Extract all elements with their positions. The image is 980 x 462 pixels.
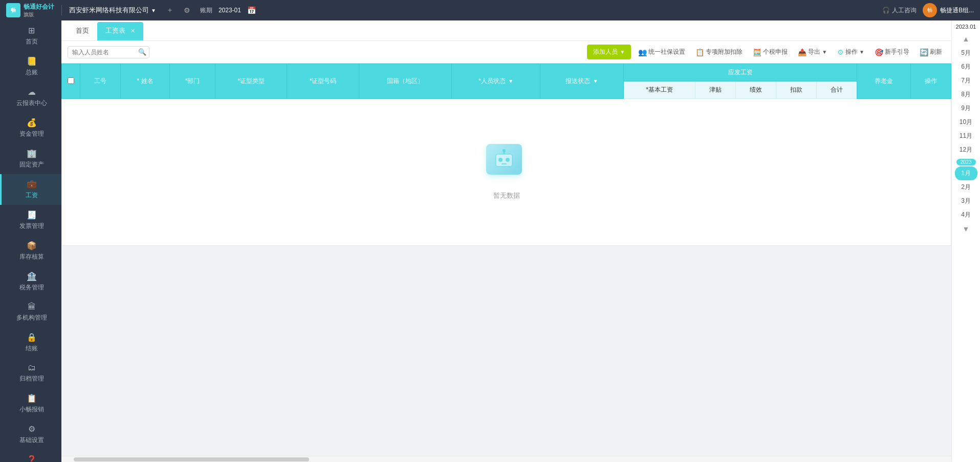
salary-icon: 💼 <box>27 179 37 189</box>
sidebar-item-invoice[interactable]: 🧾 发票管理 <box>0 205 61 236</box>
add-person-button[interactable]: 添加人员 ▼ <box>587 45 631 59</box>
cal-month-2022-12[interactable]: 12月 <box>955 143 977 157</box>
empty-text: 暂无数据 <box>493 191 520 200</box>
h-scrollbar[interactable] <box>61 456 951 462</box>
svg-rect-0 <box>496 154 512 166</box>
sidebar-item-label-invoice: 发票管理 <box>19 222 44 230</box>
main-layout: ⊞ 首页 📒 总账 ☁ 云报表中心 💰 资金管理 🏢 固定资产 💼 工资 🧾 发… <box>0 20 980 462</box>
sidebar-item-home[interactable]: ⊞ 首页 <box>0 20 61 51</box>
tab-home[interactable]: 首页 <box>68 22 97 40</box>
col-name: * 姓名 <box>121 64 170 99</box>
period-value: 2023-01 <box>219 7 241 14</box>
chevron-down-icon: ▼ <box>151 8 156 13</box>
archive-icon: 🗂 <box>28 363 36 372</box>
avatar: 畅 <box>923 3 937 17</box>
cal-month-2023-01[interactable]: 1月 <box>955 166 977 180</box>
export-icon: 📤 <box>798 48 807 56</box>
operations-icon: ⚙ <box>837 48 844 56</box>
sidebar-item-fund[interactable]: 💰 资金管理 <box>0 113 61 143</box>
sidebar-item-cloud-report[interactable]: ☁ 云报表中心 <box>0 82 61 113</box>
cal-month-2022-09[interactable]: 9月 <box>955 101 977 115</box>
operations-chevron: ▼ <box>859 49 864 55</box>
export-btn[interactable]: 📤 导出 ▼ <box>795 46 830 58</box>
cal-month-2022-11[interactable]: 11月 <box>955 129 977 143</box>
sidebar-item-label-fund: 资金管理 <box>19 130 44 138</box>
guide-icon: ❓ <box>27 455 37 462</box>
divider-1 <box>61 5 62 15</box>
settings-sidebar-icon: ⚙ <box>28 424 35 434</box>
cal-month-2023-04[interactable]: 4月 <box>955 208 977 222</box>
sidebar-item-archive[interactable]: 🗂 归档管理 <box>0 358 61 388</box>
sidebar-item-ledger[interactable]: 📒 总账 <box>0 51 61 82</box>
expense-icon: 📋 <box>27 393 37 403</box>
cal-month-2022-07[interactable]: 7月 <box>955 74 977 88</box>
col-id: 工号 <box>80 64 121 99</box>
report-filter-icon[interactable]: ▼ <box>593 78 598 84</box>
col-report-status: 报送状态 ▼ <box>540 64 624 99</box>
refresh-btn[interactable]: 🔄 刷新 <box>917 46 945 58</box>
guide-btn[interactable]: 🎯 新手引导 <box>872 46 912 58</box>
settings-icon[interactable]: ⚙ <box>181 4 194 17</box>
special-deduct-btn[interactable]: 📋 专项附加扣除 <box>692 46 746 58</box>
headset-icon: 🎧 <box>882 7 890 14</box>
col-total: 合计 <box>817 81 857 99</box>
tab-salary-table-label: 工资表 <box>105 26 125 35</box>
sidebar-item-multi-org[interactable]: 🏛 多机构管理 <box>0 297 61 327</box>
col-gross-salary-group: 应发工资 <box>623 64 857 81</box>
invoice-icon: 🧾 <box>27 210 37 220</box>
cal-month-2022-08[interactable]: 8月 <box>955 88 977 101</box>
sidebar-item-salary[interactable]: 💼 工资 <box>0 174 61 205</box>
col-dept: *部门 <box>170 64 215 99</box>
col-base-salary: *基本工资 <box>623 81 695 99</box>
company-selector[interactable]: 西安虾米网络科技有限公司 ▼ <box>66 5 159 16</box>
sidebar-item-close[interactable]: 🔒 结账 <box>0 327 61 358</box>
cal-prev-btn[interactable]: ▲ <box>960 33 972 45</box>
logo-icon: 畅 <box>6 3 20 17</box>
inventory-icon: 📦 <box>27 241 37 250</box>
fixed-asset-icon: 🏢 <box>27 149 37 158</box>
col-id-no: *证型号码 <box>287 64 359 99</box>
search-icon[interactable]: 🔍 <box>138 48 146 56</box>
status-filter-icon[interactable]: ▼ <box>508 78 513 84</box>
content-area: 首页 工资表 ✕ 🔍 添加人员 ▼ 👥 统一社保设置 📋 <box>61 20 951 462</box>
social-security-btn[interactable]: 👥 统一社保设置 <box>635 46 688 58</box>
help-btn[interactable]: 🎧 人工咨询 <box>882 6 917 15</box>
sidebar-item-guide[interactable]: ❓ 新手引导 <box>0 450 61 462</box>
search-input[interactable] <box>68 46 149 58</box>
sidebar-item-settings[interactable]: ⚙ 基础设置 <box>0 419 61 450</box>
sidebar-item-label-fixed-asset: 固定资产 <box>19 160 44 169</box>
export-label: 导出 <box>808 48 820 56</box>
cal-month-2022-10[interactable]: 10月 <box>955 115 977 129</box>
social-security-icon: 👥 <box>638 48 647 56</box>
cal-month-2023-03[interactable]: 3月 <box>955 194 977 208</box>
salary-table: 工号 * 姓名 *部门 *证型类型 *证型号码 国籍（地区） *人员状态 ▼ 报… <box>61 64 951 246</box>
select-all-checkbox[interactable] <box>68 77 74 84</box>
operations-btn[interactable]: ⚙ 操作 ▼ <box>834 46 867 58</box>
tab-close-btn[interactable]: ✕ <box>130 28 135 34</box>
empty-icon-inner <box>486 144 522 175</box>
calendar-icon[interactable]: 📅 <box>245 4 258 17</box>
cal-month-2022-06[interactable]: 6月 <box>955 60 977 74</box>
multi-org-icon: 🏛 <box>28 302 36 311</box>
user-menu[interactable]: 畅 畅捷通B组... <box>923 3 974 17</box>
top-bar: 畅 畅通好会计 旗版 西安虾米网络科技有限公司 ▼ ＋ ⚙ 账期 2023-01… <box>0 0 980 20</box>
cal-month-2022-05[interactable]: 5月 <box>955 46 977 60</box>
sidebar-item-inventory[interactable]: 📦 库存核算 <box>0 236 61 266</box>
svg-point-5 <box>503 149 506 152</box>
personal-tax-label: 个税申报 <box>763 48 788 56</box>
sidebar-item-tax[interactable]: 🏦 税务管理 <box>0 266 61 297</box>
cal-year-display: 2023.01 <box>955 20 977 32</box>
add-company-btn[interactable]: ＋ <box>163 4 177 17</box>
sidebar-item-expense[interactable]: 📋 小畅报销 <box>0 388 61 419</box>
h-scrollbar-thumb[interactable] <box>74 457 309 461</box>
sidebar-item-label-inventory: 库存核算 <box>19 253 44 261</box>
sidebar-item-fixed-asset[interactable]: 🏢 固定资产 <box>0 143 61 174</box>
sidebar-item-label-salary: 工资 <box>26 191 38 200</box>
social-security-label: 统一社保设置 <box>648 48 685 56</box>
cal-next-btn[interactable]: ▼ <box>960 223 972 235</box>
tab-salary-table[interactable]: 工资表 ✕ <box>97 22 143 40</box>
export-chevron: ▼ <box>822 49 827 55</box>
cal-month-2023-02[interactable]: 2月 <box>955 180 977 194</box>
col-nationality: 国籍（地区） <box>359 64 452 99</box>
personal-tax-btn[interactable]: 🧮 个税申报 <box>750 46 791 58</box>
